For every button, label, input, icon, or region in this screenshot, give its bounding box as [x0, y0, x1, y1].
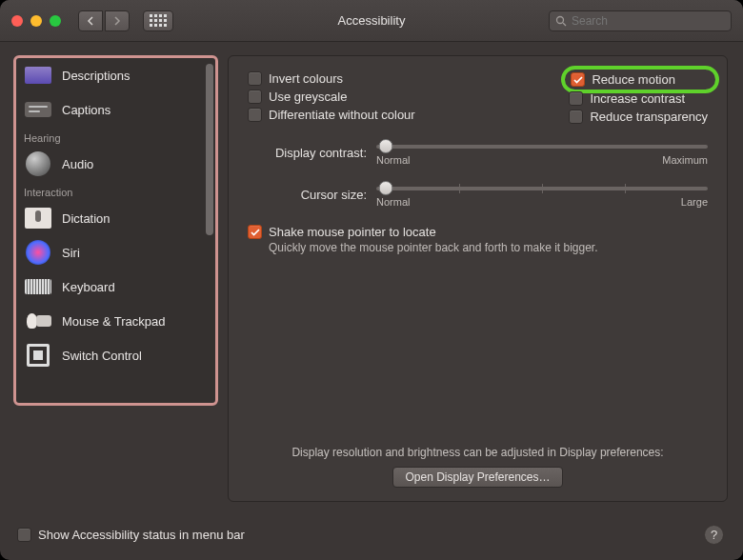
display-contrast-label: Display contrast:	[248, 146, 376, 160]
sidebar-item-label: Audio	[62, 157, 93, 171]
shake-mouse-checkbox[interactable]: Shake mouse pointer to locate	[248, 225, 708, 239]
display-prefs-note: Display resolution and brightness can be…	[248, 446, 708, 459]
sidebar-item-siri[interactable]: Siri	[16, 235, 215, 270]
sidebar-item-label: Captions	[62, 103, 110, 117]
sidebar-item-label: Switch Control	[62, 349, 142, 363]
checkbox-label: Reduce transparency	[590, 110, 708, 124]
sidebar-scrollbar[interactable]	[206, 64, 213, 397]
checkbox-label: Shake mouse pointer to locate	[269, 225, 436, 239]
checkbox-label: Show Accessibility status in menu bar	[38, 528, 245, 542]
show-status-menubar-checkbox[interactable]: Show Accessibility status in menu bar	[17, 528, 245, 542]
sidebar-item-descriptions[interactable]: Descriptions	[16, 58, 215, 92]
help-button[interactable]: ?	[704, 525, 724, 545]
sidebar-item-keyboard[interactable]: Keyboard	[16, 270, 215, 304]
sidebar-item-captions[interactable]: Captions	[16, 92, 215, 127]
captions-icon	[25, 102, 51, 117]
slider-max-label: Large	[681, 196, 708, 208]
show-all-button[interactable]	[143, 10, 173, 31]
checkbox-label: Increase contrast	[590, 91, 685, 106]
scrollbar-thumb[interactable]	[206, 64, 213, 235]
chevron-right-icon	[113, 16, 121, 26]
sidebar-item-switch-control[interactable]: Switch Control	[16, 338, 215, 372]
slider-min-label: Normal	[376, 196, 410, 208]
checkbox-icon	[569, 110, 583, 124]
checkbox-label: Reduce motion	[592, 72, 674, 87]
checkbox-icon	[248, 90, 262, 104]
category-sidebar: Descriptions Captions Hearing Audio Inte…	[13, 55, 218, 406]
search-icon	[555, 15, 567, 27]
checkbox-icon	[569, 91, 583, 106]
sidebar-item-dictation[interactable]: Dictation	[16, 201, 215, 235]
forward-button[interactable]	[105, 10, 130, 31]
siri-icon	[26, 240, 50, 265]
zoom-button[interactable]	[50, 15, 61, 27]
sidebar-group-hearing: Hearing	[16, 127, 215, 147]
svg-line-1	[563, 23, 566, 26]
question-icon: ?	[711, 528, 717, 542]
slider-thumb[interactable]	[379, 139, 393, 153]
switch-control-icon	[27, 344, 50, 367]
sidebar-item-label: Siri	[62, 246, 80, 260]
differentiate-colour-checkbox[interactable]: Differentiate without colour	[248, 108, 542, 122]
window-controls	[11, 15, 61, 27]
increase-contrast-checkbox[interactable]: Increase contrast	[569, 91, 708, 106]
checkbox-icon	[248, 108, 262, 122]
search-field[interactable]	[549, 10, 732, 31]
descriptions-icon	[25, 67, 51, 84]
sidebar-item-mouse-trackpad[interactable]: Mouse & Trackpad	[16, 304, 215, 338]
titlebar: Accessibility	[0, 0, 743, 42]
cursor-size-slider[interactable]	[376, 187, 708, 190]
cursor-size-label: Cursor size:	[248, 188, 376, 202]
slider-thumb[interactable]	[379, 181, 393, 195]
window-footer: Show Accessibility status in menu bar ?	[0, 515, 743, 560]
sidebar-item-label: Keyboard	[62, 280, 115, 294]
svg-point-0	[557, 16, 564, 23]
display-contrast-slider[interactable]	[376, 145, 708, 149]
settings-pane: Invert colours Use greyscale Differentia…	[228, 55, 728, 502]
sidebar-item-label: Mouse & Trackpad	[62, 314, 165, 329]
sidebar-item-label: Descriptions	[62, 69, 131, 83]
reduce-motion-checkbox[interactable]: Reduce motion	[561, 66, 719, 93]
sidebar-group-interaction: Interaction	[16, 181, 215, 201]
close-button[interactable]	[11, 15, 23, 27]
checkbox-label: Use greyscale	[269, 90, 347, 104]
speaker-icon	[26, 151, 50, 176]
accessibility-preferences-window: Accessibility Descriptions Captions Hear…	[0, 0, 743, 560]
checkbox-icon	[248, 71, 262, 86]
sidebar-item-audio[interactable]: Audio	[16, 147, 215, 181]
slider-min-label: Normal	[376, 154, 410, 166]
window-body: Descriptions Captions Hearing Audio Inte…	[0, 42, 743, 515]
mouse-trackpad-icon	[25, 311, 51, 330]
keyboard-icon	[25, 279, 51, 294]
invert-colours-checkbox[interactable]: Invert colours	[248, 71, 542, 86]
grid-icon	[150, 14, 167, 27]
search-input[interactable]	[572, 14, 725, 28]
checkbox-label: Differentiate without colour	[269, 108, 415, 122]
reduce-transparency-checkbox[interactable]: Reduce transparency	[569, 110, 708, 124]
checkbox-icon	[571, 72, 585, 87]
sidebar-item-label: Dictation	[62, 211, 110, 226]
slider-max-label: Maximum	[662, 154, 708, 166]
microphone-icon	[25, 208, 51, 229]
chevron-left-icon	[87, 16, 94, 26]
checkbox-icon	[248, 225, 262, 239]
shake-mouse-description: Quickly move the mouse pointer back and …	[269, 241, 708, 254]
minimize-button[interactable]	[30, 15, 42, 27]
back-button[interactable]	[78, 10, 103, 31]
open-display-preferences-button[interactable]: Open Display Preferences…	[392, 467, 562, 488]
nav-buttons	[78, 10, 130, 31]
checkbox-icon	[17, 528, 31, 542]
use-greyscale-checkbox[interactable]: Use greyscale	[248, 90, 542, 104]
checkbox-label: Invert colours	[269, 71, 343, 86]
